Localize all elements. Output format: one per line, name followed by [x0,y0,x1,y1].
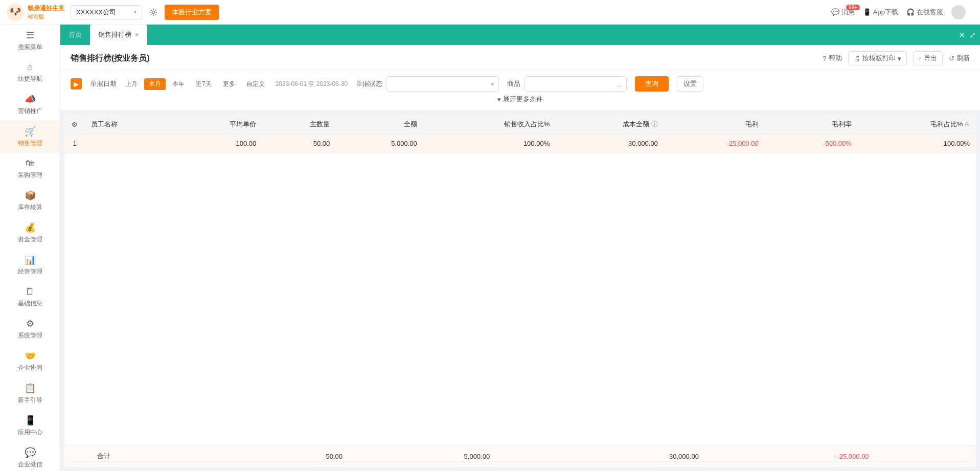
tab-sales-rank-label: 销售排行榜 [98,30,131,39]
headset-icon: 🎧 [906,8,915,16]
sidebar-label-operations: 经营管理 [18,267,42,276]
footer-row: 合计 50.00 5,000.00 30,000.00 -25,000.00 [71,451,970,462]
gear-icon [149,8,157,16]
beginner-icon: 📋 [25,383,36,394]
logo-icon: 🐶 [6,3,25,21]
sidebar-item-quick-nav[interactable]: ⌂ 快捷导航 [0,57,60,88]
tab-home[interactable]: 首页 [60,25,90,45]
qty-cell: 50.00 [262,134,336,153]
print-chevron-icon: ▾ [898,55,901,62]
th-settings[interactable]: ⚙ [64,115,85,134]
sales-pct-cell: 100.00% [423,134,556,153]
date-btn-7days[interactable]: 近7天 [191,78,216,90]
date-btn-this-month[interactable]: 本月 [144,78,166,90]
sidebar-item-wechat[interactable]: 💬 企业微信 [0,442,60,471]
logo: 🐶 畅康通好生意 标准版 [6,3,66,21]
sidebar-item-system[interactable]: ⚙ 系统管理 [0,313,60,345]
footer-table: 合计 50.00 5,000.00 30,000.00 -25,000.00 [71,451,970,462]
footer-cost: 30,000.00 [543,451,705,462]
finance-icon: 💰 [25,222,36,233]
sidebar-label-sales: 销售管理 [18,139,42,148]
sidebar-label-wechat: 企业微信 [18,460,42,469]
company-selector[interactable]: XXXXXX公司 ▾ [71,5,142,19]
sales-rank-table: ⚙ 员工名称 平均单价 主数量 全额 销售收入占比% 成本全额 ⓘ 毛利 毛利率… [64,115,976,153]
footer-label: 合计 [91,451,190,462]
more-icon[interactable]: ... [617,80,622,88]
sidebar: ☰ 搜索菜单 ⌂ 快捷导航 📣 营销推广 🛒 销售管理 🛍 采购管理 📦 库存核… [0,25,60,471]
refresh-icon: ↺ [949,55,954,62]
status-select[interactable]: ▾ [386,76,499,92]
query-button[interactable]: 查询 [635,76,669,92]
status-filter-group: 单据状态 ▾ [356,76,499,92]
date-btn-last-month[interactable]: 上月 [121,78,142,90]
settings-icon-btn[interactable] [146,5,161,19]
goods-select[interactable]: ... [525,76,627,92]
online-service-button[interactable]: 🎧 在线客服 [906,8,943,17]
sidebar-label-search: 搜索菜单 [18,43,42,52]
print-icon: 🖨 [854,55,860,62]
sidebar-item-operations[interactable]: 📊 经营管理 [0,249,60,281]
phone-icon: 📱 [863,8,871,16]
sidebar-item-app-center[interactable]: 📱 应用中心 [0,410,60,442]
footer-sales-pct [496,451,543,462]
avg-price-cell: 100.00 [174,134,263,153]
date-btn-more[interactable]: 更多 [218,78,240,90]
gross-pct-settings-icon[interactable]: ⊕ [965,120,970,128]
th-amount: 全额 [336,115,423,134]
gross-pct-cell: 100.00% [858,134,976,153]
date-btn-custom[interactable]: 自定义 [242,78,269,90]
cost-cell: 30,000.00 [556,134,664,153]
sidebar-item-beginner[interactable]: 📋 新手引导 [0,377,60,410]
sidebar-item-purchase[interactable]: 🛍 采购管理 [0,153,60,185]
filter-expand-button[interactable]: ▶ [71,78,82,89]
sidebar-item-marketing[interactable]: 📣 营销推广 [0,88,60,121]
chevron-down-icon: ▾ [134,9,136,15]
svg-point-2 [152,11,155,13]
sidebar-item-inventory[interactable]: 📦 库存核算 [0,185,60,217]
sidebar-label-beginner: 新手引导 [18,396,42,405]
trial-button[interactable]: 体验行业方案 [165,5,219,20]
print-template-button[interactable]: 🖨 按模板打印 ▾ [848,51,907,65]
export-button[interactable]: ↑ 导出 [913,51,943,65]
sidebar-label-purchase: 采购管理 [18,171,42,180]
sidebar-item-sales[interactable]: 🛒 销售管理 [0,121,60,153]
expand-chevron-icon: ▾ [497,96,501,103]
table-scroll: ⚙ 员工名称 平均单价 主数量 全额 销售收入占比% 成本全额 ⓘ 毛利 毛利率… [64,115,976,445]
purchase-icon: 🛍 [26,158,35,169]
goods-filter-group: 商品 ... [507,76,627,92]
tab-restore-icon[interactable]: ⤢ [969,30,976,40]
th-gross-pct: 毛利占比% ⊕ [858,115,976,134]
table-wrapper: ⚙ 员工名称 平均单价 主数量 全额 销售收入占比% 成本全额 ⓘ 毛利 毛利率… [64,115,976,467]
sidebar-item-finance[interactable]: 💰 资金管理 [0,217,60,249]
sidebar-item-enterprise-collab[interactable]: 🤝 企业协同 [0,345,60,377]
footer-amount: 5,000.00 [349,451,496,462]
sidebar-item-search-order[interactable]: ☰ 搜索菜单 [0,25,60,57]
sidebar-label-inventory: 库存核算 [18,203,42,212]
sidebar-item-basic-info[interactable]: 🗒 基础信息 [0,281,60,313]
refresh-button[interactable]: ↺ 刷新 [949,54,970,63]
content-area: 首页 销售排行榜 ✕ ✕ ⤢ 销售排行榜(按业务员) ? 帮助 [60,25,980,471]
date-btn-this-year[interactable]: 本年 [168,78,189,90]
page-title-row: 销售排行榜(按业务员) ? 帮助 🖨 按模板打印 ▾ ↑ [71,51,970,65]
footer-qty: 50.00 [237,451,349,462]
date-filter-label: 单据日期 [90,79,117,88]
tab-close-all-icon[interactable]: ✕ [959,30,965,40]
tab-sales-rank[interactable]: 销售排行榜 ✕ [90,25,147,45]
filter-area: ▶ 单据日期 上月 本月 本年 近7天 更多 自定义 2023-06-01 至 … [60,70,980,110]
export-icon: ↑ [919,55,922,62]
expand-more-conditions[interactable]: ▾ 展开更多条件 [71,92,970,104]
settings-button[interactable]: 设置 [677,76,703,92]
cost-info-icon[interactable]: ⓘ [651,120,658,128]
sidebar-label-quick: 快捷导航 [18,75,42,83]
avatar[interactable] [951,5,966,19]
help-button[interactable]: ? 帮助 [823,54,841,63]
tab-close-icon[interactable]: ✕ [134,32,139,38]
page-title: 销售排行榜(按业务员) [71,53,150,64]
message-button[interactable]: 💬 消息 99+ [831,8,855,17]
svg-text:🐶: 🐶 [10,6,21,17]
system-icon: ⚙ [26,318,34,329]
app-download-button[interactable]: 📱 App下载 [863,8,898,17]
chevron-right-icon: ▶ [74,80,79,88]
th-gross: 毛利 [664,115,765,134]
table-header: ⚙ 员工名称 平均单价 主数量 全额 销售收入占比% 成本全额 ⓘ 毛利 毛利率… [64,115,976,134]
